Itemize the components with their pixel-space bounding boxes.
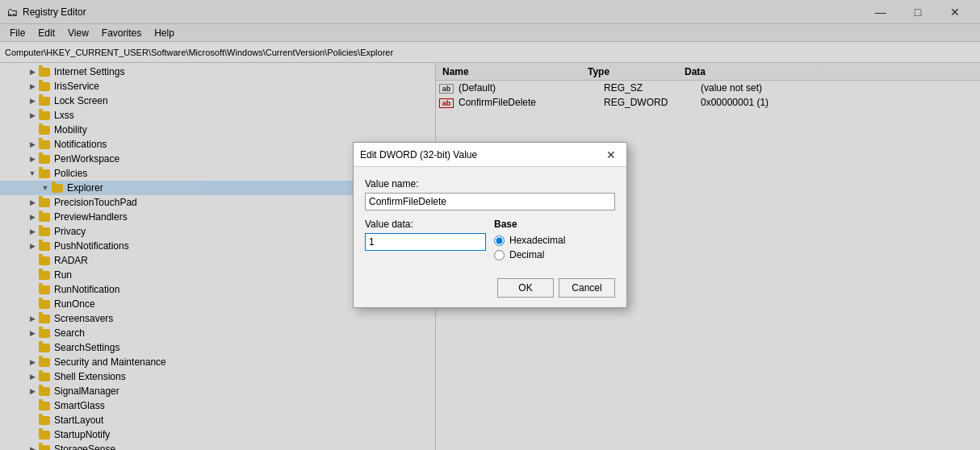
modal-close-button[interactable]: ✕ [602,146,620,164]
value-data-row: Value data: Base Hexadecimal Decimal [365,219,615,264]
modal-overlay: Edit DWORD (32-bit) Value ✕ Value name: … [0,0,980,450]
value-name-input[interactable] [365,193,615,210]
radio-hexadecimal-label: Hexadecimal [509,235,565,246]
ok-button[interactable]: OK [497,278,554,298]
value-name-label: Value name: [365,178,615,190]
radio-decimal-input[interactable] [494,250,505,260]
value-data-wrap: Value data: [365,219,486,264]
radio-decimal-label: Decimal [509,249,544,260]
value-data-label: Value data: [365,219,486,230]
cancel-button[interactable]: Cancel [559,278,615,298]
value-data-input[interactable] [365,233,486,251]
radio-hexadecimal-input[interactable] [494,235,505,246]
base-section: Base Hexadecimal Decimal [494,219,615,264]
modal-title: Edit DWORD (32-bit) Value [360,149,477,160]
radio-hexadecimal[interactable]: Hexadecimal [494,235,615,246]
edit-dword-dialog: Edit DWORD (32-bit) Value ✕ Value name: … [353,142,627,308]
modal-body: Value name: Value data: Base Hexadecimal [354,167,626,272]
base-title: Base [494,219,615,230]
radio-decimal[interactable]: Decimal [494,249,615,260]
modal-footer: OK Cancel [354,272,626,307]
modal-title-bar: Edit DWORD (32-bit) Value ✕ [354,143,626,167]
